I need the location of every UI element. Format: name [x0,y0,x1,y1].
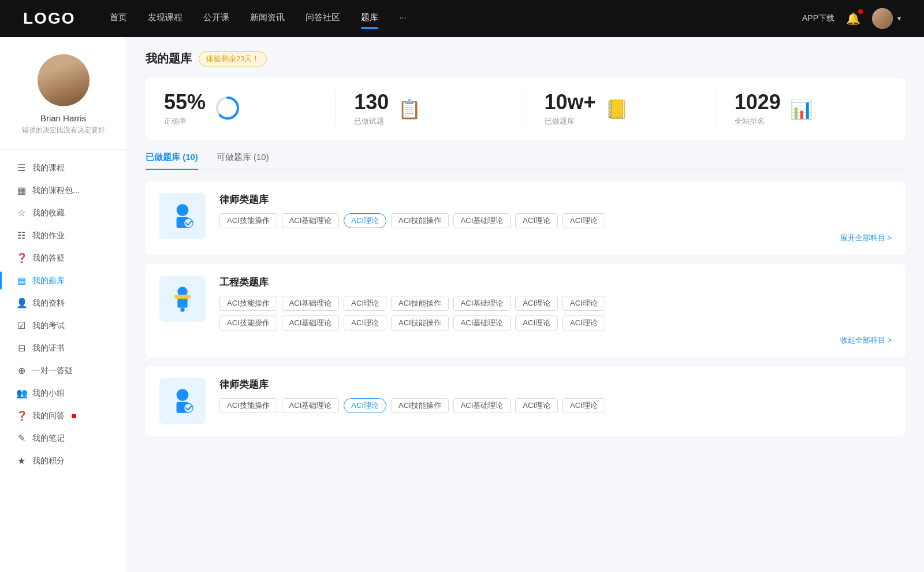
sidebar-item-favorites[interactable]: ☆ 我的收藏 [0,202,126,224]
tag-1b-6[interactable]: ACI理论 [562,315,605,330]
tag-2-0[interactable]: ACI技能操作 [219,398,277,413]
tag-2-6[interactable]: ACI理论 [562,398,605,413]
qbank-body-2: 律师类题库 ACI技能操作 ACI基础理论 ACI理论 ACI技能操作 ACI基… [219,378,892,424]
qbank-card-0: 律师类题库 ACI技能操作 ACI基础理论 ACI理论 ACI技能操作 ACI基… [146,181,906,255]
user-avatar-menu[interactable]: ▾ [872,8,901,29]
tag-1a-0[interactable]: ACI技能操作 [219,296,277,311]
points-icon: ★ [16,455,27,466]
tabs-row: 已做题库 (10) 可做题库 (10) [146,152,906,170]
profile-icon: 👤 [16,298,27,309]
tag-0-2[interactable]: ACI理论 [344,213,386,228]
tab-available-banks[interactable]: 可做题库 (10) [217,152,269,169]
sidebar-item-my-qa[interactable]: ❓ 我的问答 [0,404,126,427]
svg-rect-6 [177,298,187,307]
notification-bell[interactable]: 🔔 [846,12,860,25]
tag-1a-4[interactable]: ACI基础理论 [453,296,511,311]
qbank-title-0: 律师类题库 [219,193,892,206]
nav-news[interactable]: 新闻资讯 [250,12,285,25]
tag-2-3[interactable]: ACI技能操作 [391,398,449,413]
stat-done-b-value: 10w+ [545,92,596,113]
tag-2-4[interactable]: ACI基础理论 [453,398,511,413]
stat-done-q-value: 130 [354,92,389,113]
tag-0-4[interactable]: ACI基础理论 [453,213,511,228]
page-title: 我的题库 [146,51,192,66]
tag-0-0[interactable]: ACI技能操作 [219,213,277,228]
groups-icon: 👥 [16,388,27,399]
sidebar-item-certificate[interactable]: ⊟ 我的证书 [0,337,126,359]
tag-2-1[interactable]: ACI基础理论 [282,398,340,413]
tag-2-5[interactable]: ACI理论 [515,398,558,413]
nav-qbank[interactable]: 题库 [361,12,378,25]
stat-rank-values: 1029 全站排名 [735,92,781,127]
svg-point-9 [177,389,189,401]
tag-1a-6[interactable]: ACI理论 [562,296,605,311]
collapse-link-1[interactable]: 收起全部科目 > [219,335,892,346]
app-download-link[interactable]: APP下载 [802,13,834,24]
profile-name: Brian Harris [40,113,86,123]
nav-home[interactable]: 首页 [110,12,127,25]
notebook-icon: 📒 [605,98,628,120]
tag-1b-5[interactable]: ACI理论 [515,315,558,330]
logo[interactable]: LOGO [23,9,75,28]
stat-ranking: 1029 全站排名 📊 [716,92,906,127]
myqa-icon: ❓ [16,410,27,421]
stat-done-q-values: 130 已做试题 [354,92,389,127]
qbank-body-1: 工程类题库 ACI技能操作 ACI基础理论 ACI理论 ACI技能操作 ACI基… [219,276,892,346]
nav-qa[interactable]: 问答社区 [305,12,340,25]
sidebar-item-qbank[interactable]: ▤ 我的题库 [0,269,126,292]
qbank-body-0: 律师类题库 ACI技能操作 ACI基础理论 ACI理论 ACI技能操作 ACI基… [219,193,892,243]
nav-more[interactable]: ··· [399,12,407,25]
sidebar-item-homework[interactable]: ☷ 我的作业 [0,224,126,247]
avatar [872,8,893,29]
qbank-tags-1a: ACI技能操作 ACI基础理论 ACI理论 ACI技能操作 ACI基础理论 AC… [219,296,892,311]
tag-1b-2[interactable]: ACI理论 [344,315,386,330]
stat-done-banks: 10w+ 已做题库 📒 [526,92,716,127]
expand-link-0[interactable]: 展开全部科目 > [219,233,892,243]
qbank-icon: ▤ [16,275,27,286]
svg-rect-8 [181,308,185,312]
notification-badge [858,9,863,14]
sidebar-item-points[interactable]: ★ 我的积分 [0,450,126,472]
sidebar-item-groups[interactable]: 👥 我的小组 [0,382,126,404]
sidebar-item-exam[interactable]: ☑ 我的考试 [0,314,126,337]
stats-row: 55% 正确率 130 已做试题 📋 10 [146,78,906,140]
stat-done-b-label: 已做题库 [545,116,596,127]
tag-0-1[interactable]: ACI基础理论 [282,213,340,228]
stat-accuracy-label: 正确率 [164,116,206,127]
tag-1a-3[interactable]: ACI技能操作 [391,296,449,311]
homework-icon: ☷ [16,230,27,241]
sidebar-item-qa-ask[interactable]: ❓ 我的答疑 [0,247,126,269]
tag-0-5[interactable]: ACI理论 [515,213,558,228]
tab-done-banks[interactable]: 已做题库 (10) [146,152,198,169]
nav-opencourse[interactable]: 公开课 [203,12,229,25]
qbank-card-1: 工程类题库 ACI技能操作 ACI基础理论 ACI理论 ACI技能操作 ACI基… [146,264,906,357]
tag-1b-0[interactable]: ACI技能操作 [219,315,277,330]
header-right: APP下载 🔔 ▾ [802,8,901,29]
qbank-tags-0: ACI技能操作 ACI基础理论 ACI理论 ACI技能操作 ACI基础理论 AC… [219,213,892,228]
notes-icon: ✎ [16,433,27,444]
sidebar-item-notes[interactable]: ✎ 我的笔记 [0,427,126,450]
tag-1a-5[interactable]: ACI理论 [515,296,558,311]
stat-rank-label: 全站排名 [735,116,781,127]
tag-1b-4[interactable]: ACI基础理论 [453,315,511,330]
tag-1a-1[interactable]: ACI基础理论 [282,296,340,311]
qbank-tags-1b: ACI技能操作 ACI基础理论 ACI理论 ACI技能操作 ACI基础理论 AC… [219,315,892,330]
sidebar-item-1on1[interactable]: ⊕ 一对一答疑 [0,359,126,382]
tag-1b-3[interactable]: ACI技能操作 [391,315,449,330]
qbank-icon-lawyer-0 [159,193,206,239]
tag-2-2[interactable]: ACI理论 [344,398,386,413]
tag-1a-2[interactable]: ACI理论 [344,296,386,311]
sidebar-item-courses[interactable]: ☰ 我的课程 [0,157,126,179]
qa-icon: ❓ [16,252,27,263]
tag-0-3[interactable]: ACI技能操作 [391,213,449,228]
nav-discover[interactable]: 发现课程 [148,12,182,25]
stat-accuracy-value: 55% [164,92,206,113]
stat-accuracy: 55% 正确率 [146,92,336,127]
tag-0-6[interactable]: ACI理论 [562,213,605,228]
chevron-down-icon: ▾ [897,14,901,23]
sidebar-item-profile[interactable]: 👤 我的资料 [0,292,126,314]
tag-1b-1[interactable]: ACI基础理论 [282,315,340,330]
sidebar-item-course-packages[interactable]: ▦ 我的课程包... [0,179,126,202]
qa-notification-dot [72,414,76,418]
qbank-tags-2: ACI技能操作 ACI基础理论 ACI理论 ACI技能操作 ACI基础理论 AC… [219,398,892,413]
